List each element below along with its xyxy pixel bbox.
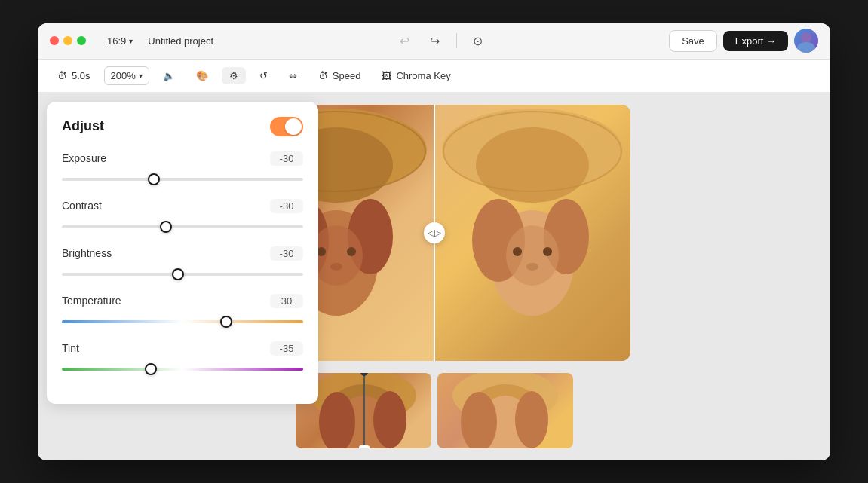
timeline-area (296, 373, 573, 448)
exposure-thumb[interactable] (148, 173, 160, 185)
minimize-button[interactable] (63, 36, 72, 45)
brightness-track (62, 273, 303, 276)
svg-point-26 (373, 391, 406, 448)
svg-point-20 (543, 247, 552, 256)
redo-button[interactable]: ↪ (423, 29, 447, 53)
chevron-down-icon: ▾ (129, 37, 133, 45)
adjust-panel: Adjust Exposure -30 Contrast (47, 102, 318, 404)
brightness-label-row: Brightness -30 (62, 246, 303, 261)
contrast-row: Contrast -30 (62, 199, 303, 234)
contrast-track (62, 225, 303, 228)
tint-slider[interactable] (62, 362, 303, 377)
aspect-ratio-selector[interactable]: 16:9 ▾ (101, 32, 139, 50)
title-bar-right: Save Export → (669, 29, 818, 53)
close-button[interactable] (50, 36, 59, 45)
temperature-thumb[interactable] (220, 316, 232, 328)
toolbar-volume[interactable]: 🔈 (155, 67, 182, 84)
tint-label: Tint (62, 342, 79, 354)
export-button[interactable]: Export → (723, 31, 788, 51)
zoom-value: 200% (111, 70, 136, 81)
contrast-thumb[interactable] (160, 221, 172, 233)
chroma-icon: 🖼 (382, 70, 391, 81)
toolbar-divider (456, 33, 457, 48)
record-button[interactable]: ⊙ (466, 29, 490, 53)
duration-value: 5.0s (72, 70, 90, 81)
adjust-icon: ⚙ (229, 70, 238, 81)
title-bar: 16:9 ▾ Untitled project ↩ ↪ ⊙ Save Expor… (38, 23, 830, 60)
panel-title: Adjust (62, 118, 104, 134)
contrast-value: -30 (270, 199, 303, 213)
avatar[interactable] (794, 29, 818, 53)
tint-row: Tint -35 (62, 341, 303, 377)
color-icon: 🎨 (196, 70, 208, 81)
panel-header: Adjust (62, 117, 303, 136)
exposure-slider[interactable] (62, 172, 303, 187)
temperature-label-row: Temperature 30 (62, 294, 303, 308)
svg-point-11 (330, 263, 342, 271)
svg-point-10 (347, 247, 356, 256)
tint-value: -35 (270, 341, 303, 356)
toolbar-chroma-key[interactable]: 🖼 Chroma Key (374, 67, 458, 84)
toolbar-adjust[interactable]: ⚙ (222, 67, 246, 84)
toolbar-color[interactable]: 🎨 (189, 67, 216, 84)
exposure-label: Exposure (62, 152, 106, 164)
chevron-down-icon: ▾ (139, 72, 143, 80)
preview-right (434, 105, 630, 361)
speed-label: Speed (333, 70, 361, 81)
rotate-left-icon: ↺ (259, 70, 268, 81)
maximize-button[interactable] (77, 36, 86, 45)
svg-point-21 (526, 263, 538, 271)
speed-icon: ⏱ (318, 70, 328, 81)
project-name: Untitled project (148, 35, 213, 47)
exposure-track (62, 178, 303, 181)
timeline-thumb-right[interactable] (437, 373, 573, 448)
aspect-ratio-value: 16:9 (107, 35, 126, 47)
chroma-label: Chroma Key (396, 70, 450, 81)
temperature-track (62, 320, 303, 323)
brightness-value: -30 (270, 246, 303, 261)
undo-button[interactable]: ↩ (393, 29, 417, 53)
brightness-thumb[interactable] (172, 268, 184, 280)
save-button[interactable]: Save (669, 30, 717, 52)
title-bar-center: ↩ ↪ ⊙ (393, 29, 490, 53)
zoom-selector[interactable]: 200% ▾ (104, 66, 149, 85)
contrast-label-row: Contrast -30 (62, 199, 303, 213)
tint-thumb[interactable] (145, 363, 157, 375)
brightness-row: Brightness -30 (62, 246, 303, 282)
traffic-lights (50, 36, 86, 45)
temperature-value: 30 (270, 294, 303, 308)
clock-icon: ⏱ (57, 70, 67, 81)
brightness-slider[interactable] (62, 267, 303, 282)
temperature-row: Temperature 30 (62, 294, 303, 329)
flip-icon: ⇔ (289, 70, 297, 81)
toolbar-rotate-left[interactable]: ↺ (252, 67, 275, 84)
toolbar-flip[interactable]: ⇔ (281, 67, 305, 84)
contrast-slider[interactable] (62, 219, 303, 234)
adjust-toggle[interactable] (270, 117, 303, 136)
exposure-label-row: Exposure -30 (62, 151, 303, 166)
svg-point-1 (797, 42, 815, 53)
temperature-slider[interactable] (62, 314, 303, 329)
brightness-label: Brightness (62, 247, 112, 259)
main-area: Adjust Exposure -30 Contrast (38, 93, 830, 460)
tint-track (62, 368, 303, 371)
exposure-value: -30 (270, 151, 303, 166)
svg-point-0 (801, 32, 811, 43)
svg-point-31 (515, 391, 548, 448)
tint-label-row: Tint -35 (62, 341, 303, 356)
svg-point-19 (513, 247, 522, 256)
toolbar-speed[interactable]: ⏱ Speed (311, 67, 369, 84)
app-window: 16:9 ▾ Untitled project ↩ ↪ ⊙ Save Expor… (38, 23, 830, 460)
split-handle[interactable]: ◁▷ (424, 222, 445, 243)
contrast-label: Contrast (62, 200, 102, 212)
exposure-row: Exposure -30 (62, 151, 303, 187)
temperature-label: Temperature (62, 295, 121, 307)
toolbar: ⏱ 5.0s 200% ▾ 🔈 🎨 ⚙ ↺ ⇔ ⏱ Speed 🖼 Chroma… (38, 60, 830, 93)
toolbar-duration[interactable]: ⏱ 5.0s (50, 67, 98, 84)
volume-icon: 🔈 (163, 70, 175, 81)
split-handle-icon: ◁▷ (428, 228, 441, 238)
svg-point-18 (506, 225, 559, 286)
